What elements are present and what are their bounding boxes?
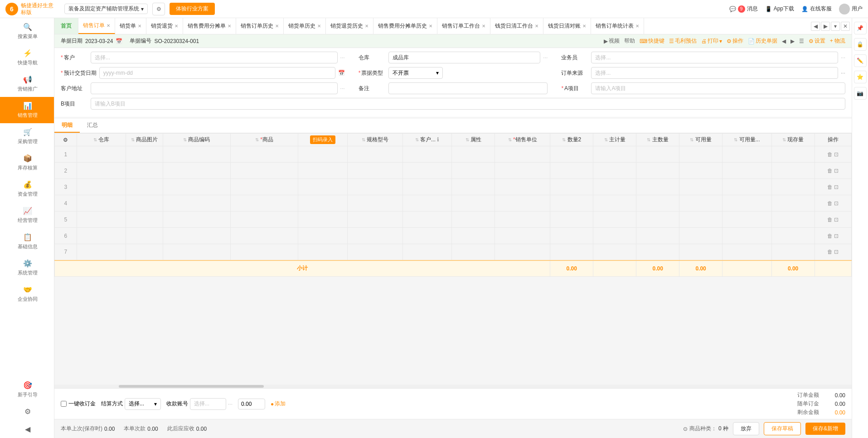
row-image-2[interactable] bbox=[126, 163, 163, 179]
row-attr-6[interactable] bbox=[452, 228, 495, 244]
row-attr-7[interactable] bbox=[452, 244, 495, 260]
row-main-unit-1[interactable] bbox=[593, 146, 636, 163]
row-warehouse-2[interactable] bbox=[77, 163, 126, 179]
tab-close-sales-expense[interactable]: ✕ bbox=[228, 24, 231, 29]
delete-icon-1[interactable]: 🗑 bbox=[827, 151, 833, 158]
col-header-avail2[interactable]: ⇅ 可用量... bbox=[723, 134, 772, 146]
row-avail-6[interactable] bbox=[679, 228, 723, 244]
row-main-unit-6[interactable] bbox=[593, 228, 636, 244]
row-scan-5[interactable] bbox=[298, 212, 348, 228]
row-avail-5[interactable] bbox=[679, 212, 723, 228]
save-new-button[interactable]: 保存&新增 bbox=[805, 423, 845, 435]
row-stock-4[interactable] bbox=[771, 195, 815, 212]
row-warehouse-4[interactable] bbox=[77, 195, 126, 212]
row-customer-code-2[interactable] bbox=[402, 163, 452, 179]
row-unit-5[interactable] bbox=[495, 212, 550, 228]
row-spec-7[interactable] bbox=[347, 244, 402, 260]
col-header-stock[interactable]: ⇅ 现存量 bbox=[771, 134, 815, 146]
row-unit-7[interactable] bbox=[495, 244, 550, 260]
row-code-4[interactable] bbox=[163, 195, 230, 212]
customer-more-icon[interactable]: ··· bbox=[340, 54, 345, 61]
col-header-unit[interactable]: ⇅ *销售单位 bbox=[495, 134, 550, 146]
row-customer-code-6[interactable] bbox=[402, 228, 452, 244]
history-button[interactable]: 📄 历史单据 bbox=[748, 37, 777, 45]
col-header-product[interactable]: ⇅ *商品 bbox=[230, 134, 298, 146]
messages-button[interactable]: 💬 9 消息 bbox=[729, 5, 758, 13]
row-avail2-3[interactable] bbox=[723, 179, 772, 195]
col-header-attr[interactable]: ⇅ 属性 bbox=[452, 134, 495, 146]
tab-prev-button[interactable]: ◀ bbox=[811, 22, 820, 31]
row-qty2-6[interactable] bbox=[550, 228, 593, 244]
row-warehouse-3[interactable] bbox=[77, 179, 126, 195]
row-product-2[interactable] bbox=[230, 163, 298, 179]
delete-icon-4[interactable]: 🗑 bbox=[827, 200, 833, 207]
row-product-3[interactable] bbox=[230, 179, 298, 195]
tab-order-stats[interactable]: 销售订单统计表 ✕ bbox=[591, 18, 644, 34]
copy-icon-2[interactable]: ⊡ bbox=[834, 168, 839, 174]
row-main-qty-1[interactable] bbox=[636, 146, 679, 163]
scan-button[interactable]: 扫码录入 bbox=[310, 135, 335, 144]
row-avail-3[interactable] bbox=[679, 179, 723, 195]
copy-icon-1[interactable]: ⊡ bbox=[834, 151, 839, 158]
customer-code-info-icon[interactable]: ℹ bbox=[437, 136, 439, 143]
row-scan-4[interactable] bbox=[298, 195, 348, 212]
scrollbar-area[interactable] bbox=[54, 385, 852, 388]
list-view-button[interactable]: ☰ bbox=[799, 38, 804, 44]
nav-next-button[interactable]: ▶ bbox=[790, 38, 795, 44]
row-warehouse-7[interactable] bbox=[77, 244, 126, 260]
tab-detail[interactable]: 明细 bbox=[54, 119, 80, 133]
delete-icon-5[interactable]: 🗑 bbox=[827, 217, 833, 223]
tab-home[interactable]: 首页 bbox=[54, 18, 78, 34]
row-attr-2[interactable] bbox=[452, 163, 495, 179]
sidebar-item-base-info[interactable]: 📋 基础信息 bbox=[0, 228, 54, 255]
sidebar-item-operations[interactable]: 📈 经营管理 bbox=[0, 202, 54, 228]
salesperson-input[interactable]: 选择... bbox=[591, 52, 838, 63]
salesperson-more-icon[interactable]: ··· bbox=[841, 54, 845, 61]
sidebar-settings[interactable]: ⚙ bbox=[0, 403, 54, 420]
row-qty2-7[interactable] bbox=[550, 244, 593, 260]
row-product-4[interactable] bbox=[230, 195, 298, 212]
row-warehouse-5[interactable] bbox=[77, 212, 126, 228]
tab-summary[interactable]: 汇总 bbox=[80, 119, 105, 133]
customer-input[interactable]: 选择... bbox=[91, 52, 338, 63]
row-avail2-2[interactable] bbox=[723, 163, 772, 179]
sidebar-item-purchase[interactable]: 🛒 采购管理 bbox=[0, 123, 54, 149]
right-panel-lock-button[interactable]: 🔒 bbox=[854, 38, 867, 51]
account-more-icon[interactable]: ··· bbox=[228, 401, 233, 407]
row-code-3[interactable] bbox=[163, 179, 230, 195]
row-spec-2[interactable] bbox=[347, 163, 402, 179]
trial-button[interactable]: 体验行业方案 bbox=[170, 3, 215, 15]
settings-button[interactable]: ⚙ bbox=[152, 3, 165, 15]
row-stock-2[interactable] bbox=[771, 163, 815, 179]
row-main-unit-3[interactable] bbox=[593, 179, 636, 195]
row-customer-code-7[interactable] bbox=[402, 244, 452, 260]
row-main-qty-6[interactable] bbox=[636, 228, 679, 244]
row-image-5[interactable] bbox=[126, 212, 163, 228]
right-panel-camera-button[interactable]: 📷 bbox=[854, 87, 867, 100]
view-video-button[interactable]: ▶ 视频 bbox=[604, 37, 620, 45]
row-unit-4[interactable] bbox=[495, 195, 550, 212]
row-avail-2[interactable] bbox=[679, 163, 723, 179]
row-customer-code-4[interactable] bbox=[402, 195, 452, 212]
sidebar-item-search[interactable]: 🔍 搜索菜单 bbox=[0, 18, 54, 44]
sidebar-item-sales[interactable]: 📊 销售管理 bbox=[0, 97, 54, 123]
add-material-button[interactable]: + 物流 bbox=[830, 37, 845, 45]
row-qty2-1[interactable] bbox=[550, 146, 593, 163]
tab-close-daily-workspace[interactable]: ✕ bbox=[535, 24, 538, 29]
app-download-button[interactable]: 📱 App下载 bbox=[765, 5, 794, 13]
row-avail2-4[interactable] bbox=[723, 195, 772, 212]
row-avail2-6[interactable] bbox=[723, 228, 772, 244]
row-stock-1[interactable] bbox=[771, 146, 815, 163]
row-code-5[interactable] bbox=[163, 212, 230, 228]
row-customer-code-1[interactable] bbox=[402, 146, 452, 163]
calendar-icon[interactable]: 📅 bbox=[116, 38, 122, 44]
row-scan-3[interactable] bbox=[298, 179, 348, 195]
col-header-code[interactable]: ⇅ 商品编码 bbox=[163, 134, 230, 146]
tab-close-sales-return[interactable]: ✕ bbox=[175, 24, 178, 29]
tab-expense-history[interactable]: 销售费用分摊单历史 ✕ bbox=[373, 18, 437, 34]
row-customer-code-5[interactable] bbox=[402, 212, 452, 228]
row-stock-6[interactable] bbox=[771, 228, 815, 244]
delete-icon-7[interactable]: 🗑 bbox=[827, 249, 833, 255]
col-header-main-qty[interactable]: ⇅ 主数量 bbox=[636, 134, 679, 146]
row-spec-4[interactable] bbox=[347, 195, 402, 212]
